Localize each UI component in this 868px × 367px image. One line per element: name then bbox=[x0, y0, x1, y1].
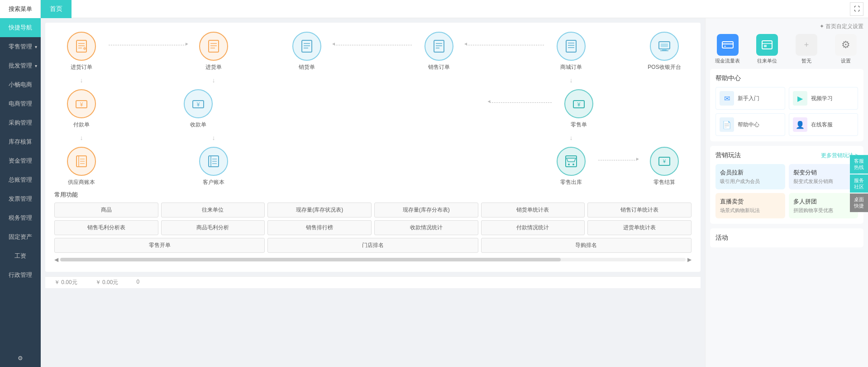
sidebar-gear-button[interactable]: ⚙ bbox=[0, 349, 41, 367]
func-btn-order-stats[interactable]: 销售订单统计表 bbox=[587, 203, 692, 217]
sidebar-item-finance[interactable]: 资金管理 bbox=[0, 151, 41, 170]
node-retail-settlement-icon: ¥ bbox=[650, 147, 679, 176]
right-panel: ✦ 首页自定义设置 现金流量表 往来单位 + 暂无 bbox=[705, 18, 868, 367]
node-pos-label: POS收银开台 bbox=[648, 63, 681, 71]
quick-nav-card: 进货订单 ► 进货单 bbox=[45, 23, 701, 272]
sidebar-item-invoice[interactable]: 发票管理 bbox=[0, 189, 41, 208]
sidebar-item-ledger[interactable]: 总账管理 bbox=[0, 170, 41, 189]
sidebar-item-ecommerce[interactable]: 电商管理 bbox=[0, 94, 41, 113]
common-functions: 常用功能 商品 往来单位 现存量(库存状况表) 现存量(库存分布表) 销货单统计… bbox=[54, 191, 692, 253]
svg-text:¥: ¥ bbox=[577, 101, 581, 108]
func-btn-sales-stats[interactable]: 销货单统计表 bbox=[481, 203, 585, 217]
node-pos-open[interactable]: POS收银开台 bbox=[637, 32, 692, 71]
quick-icon-none[interactable]: + 暂无 bbox=[789, 34, 824, 64]
help-item-beginner[interactable]: ✉ 新手入门 bbox=[715, 87, 785, 110]
scroll-left-icon[interactable]: ◀ bbox=[54, 256, 58, 263]
svg-rect-4 bbox=[209, 40, 219, 52]
quick-icon-settings[interactable]: ⚙ 设置 bbox=[829, 34, 863, 64]
node-pos-icon bbox=[650, 32, 679, 61]
func-btn-goods[interactable]: 商品 bbox=[54, 203, 158, 217]
func-grid-row2: 销售毛利分析表 商品毛利分析 销售排行榜 收款情况统计 付款情况统计 进货单统计… bbox=[54, 220, 692, 235]
svg-point-41 bbox=[568, 164, 570, 165]
node-retail-bill[interactable]: ¥ 零售单 bbox=[552, 89, 606, 129]
scroll-right-icon[interactable]: ▶ bbox=[687, 256, 692, 263]
sidebar-item-ecommerce-small[interactable]: 小畅电商 bbox=[0, 75, 41, 94]
node-payment[interactable]: ¥ 付款单 bbox=[54, 89, 109, 129]
marketing-member-title: 会员拉新 bbox=[720, 169, 781, 177]
func-btn-sales-rank[interactable]: 销售排行榜 bbox=[267, 220, 372, 235]
func-btn-inventory-status[interactable]: 现存量(库存状况表) bbox=[267, 203, 372, 217]
float-btn-community[interactable]: 服务社区 bbox=[850, 174, 868, 193]
node-purchase-order-icon bbox=[67, 32, 96, 61]
sidebar-item-purchase[interactable]: 采购管理 bbox=[0, 113, 41, 132]
marketing-group-title: 多人拼团 bbox=[793, 198, 854, 206]
node-supplier-account[interactable]: 供应商账本 bbox=[54, 147, 109, 186]
svg-text:¥: ¥ bbox=[663, 159, 666, 164]
svg-rect-8 bbox=[302, 40, 312, 52]
sidebar-item-admin[interactable]: 行政管理 bbox=[0, 266, 41, 285]
scroll-bar: ◀ ▶ bbox=[54, 256, 692, 263]
node-receipt-label: 收款单 bbox=[190, 121, 206, 129]
node-sales-bill[interactable]: 销货单 bbox=[280, 32, 334, 71]
node-retail-settlement[interactable]: ¥ 零售结算 bbox=[637, 147, 692, 186]
sidebar-item-wholesale[interactable]: 批发管理 bbox=[0, 56, 41, 75]
quick-icon-cashflow[interactable]: 现金流量表 bbox=[710, 34, 745, 64]
scroll-track[interactable] bbox=[60, 258, 686, 261]
help-center-icon: 📄 bbox=[720, 117, 734, 132]
marketing-item-live[interactable]: 直播卖货 场景式购物新玩法 bbox=[715, 193, 785, 218]
marketing-title: 营销玩法 bbox=[715, 151, 741, 159]
func-grid-row1: 商品 往来单位 现存量(库存状况表) 现存量(库存分布表) 销货单统计表 销售订… bbox=[54, 203, 692, 217]
float-btn-desktop[interactable]: 桌面快捷 bbox=[850, 193, 868, 212]
none-icon-box: + bbox=[796, 34, 817, 56]
help-center-title: 帮助中心 bbox=[715, 74, 858, 82]
sidebar-item-retail[interactable]: 零售管理 bbox=[0, 37, 41, 56]
sidebar-item-inventory[interactable]: 库存核算 bbox=[0, 132, 41, 151]
sidebar-item-assets[interactable]: 固定资产 bbox=[0, 227, 41, 246]
node-retail-outbound[interactable]: 零售出库 bbox=[544, 147, 598, 186]
svg-rect-40 bbox=[566, 156, 577, 167]
node-purchase-order[interactable]: 进货订单 bbox=[54, 32, 109, 71]
func-btn-receipt-stats[interactable]: 收款情况统计 bbox=[374, 220, 478, 235]
func-btn-retail-order[interactable]: 零售开单 bbox=[54, 238, 265, 253]
node-receipt[interactable]: ¥ 收款单 bbox=[171, 89, 225, 129]
marketing-item-fission[interactable]: 裂变分销 裂变式发展分销商 bbox=[789, 164, 858, 189]
func-btn-store-rank[interactable]: 门店排名 bbox=[267, 238, 478, 253]
sidebar-item-payroll[interactable]: 工资 bbox=[0, 246, 41, 266]
marketing-item-group[interactable]: 多人拼团 拼团购物享受优惠 bbox=[789, 193, 858, 218]
main-panel: 进货订单 ► 进货单 bbox=[41, 18, 705, 367]
func-btn-payment-stats[interactable]: 付款情况统计 bbox=[481, 220, 585, 235]
func-btn-partners[interactable]: 往来单位 bbox=[161, 203, 265, 217]
node-customer-account[interactable]: 客户账本 bbox=[186, 147, 241, 186]
node-receipt-icon: ¥ bbox=[184, 89, 213, 118]
help-item-service[interactable]: 👤 在线客服 bbox=[789, 113, 858, 136]
quick-icon-partners[interactable]: 往来单位 bbox=[749, 34, 784, 64]
func-btn-sales-profit[interactable]: 销售毛利分析表 bbox=[54, 220, 158, 235]
node-mall-order[interactable]: 商城订单 bbox=[544, 32, 598, 71]
marketing-item-member[interactable]: 会员拉新 吸引用户成为会员 bbox=[715, 164, 785, 189]
help-item-video[interactable]: ▶ 视频学习 bbox=[789, 87, 858, 110]
sidebar-item-quick-nav[interactable]: 快捷导航 bbox=[0, 18, 41, 37]
settings-icon-box: ⚙ bbox=[835, 34, 857, 56]
svg-text:¥: ¥ bbox=[196, 101, 200, 108]
sidebar-item-tax[interactable]: 税务管理 bbox=[0, 208, 41, 227]
hint-1: ￥ 0.00元 bbox=[54, 279, 77, 286]
marketing-member-desc: 吸引用户成为会员 bbox=[720, 178, 781, 185]
func-btn-guide-rank[interactable]: 导购排名 bbox=[481, 238, 692, 253]
fullscreen-button[interactable]: ⛶ bbox=[850, 2, 863, 16]
help-item-center[interactable]: 📄 帮助中心 bbox=[715, 113, 785, 136]
node-sales-order[interactable]: 销售订单 bbox=[412, 32, 466, 71]
node-purchase-bill[interactable]: 进货单 bbox=[186, 32, 241, 71]
func-btn-inventory-dist[interactable]: 现存量(库存分布表) bbox=[374, 203, 478, 217]
func-btn-purchase-stats[interactable]: 进货单统计表 bbox=[587, 220, 692, 235]
homepage-settings-link[interactable]: ✦ 首页自定义设置 bbox=[710, 23, 863, 30]
scroll-thumb bbox=[60, 258, 561, 261]
tab-home[interactable]: 首页 bbox=[41, 0, 72, 18]
search-menu-button[interactable]: 搜索菜单 bbox=[0, 0, 41, 18]
node-mall-order-label: 商城订单 bbox=[560, 63, 582, 71]
help-center-section: 帮助中心 ✉ 新手入门 ▶ 视频学习 📄 帮助中心 👤 bbox=[710, 69, 863, 141]
float-btn-service[interactable]: 客服热线 bbox=[850, 155, 868, 174]
flow-chart: 进货订单 ► 进货单 bbox=[54, 32, 692, 186]
help-grid: ✉ 新手入门 ▶ 视频学习 📄 帮助中心 👤 在线客服 bbox=[715, 87, 858, 136]
func-btn-goods-profit[interactable]: 商品毛利分析 bbox=[161, 220, 265, 235]
node-purchase-order-label: 进货订单 bbox=[71, 63, 92, 71]
